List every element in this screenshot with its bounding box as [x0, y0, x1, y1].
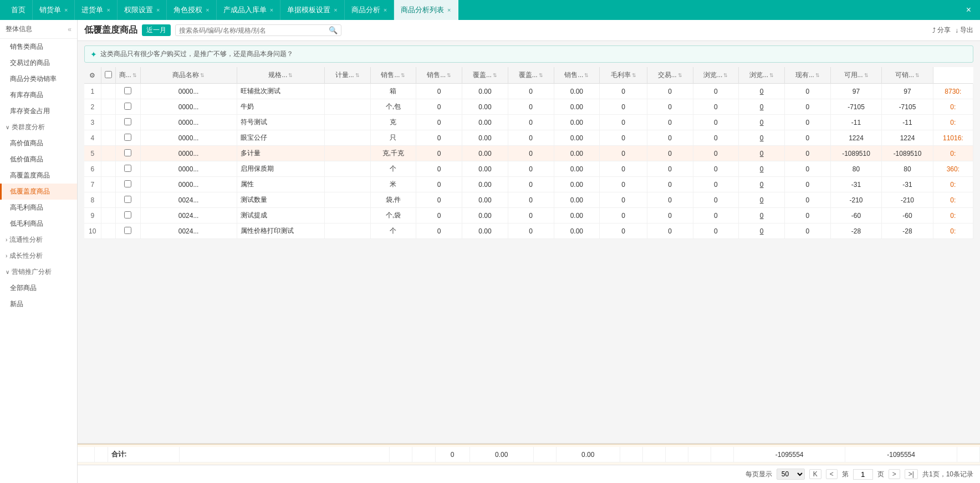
nav-item-purchase[interactable]: 进货单 × [75, 0, 117, 20]
td-checkbox[interactable] [115, 130, 140, 146]
sidebar-item-stock-capital[interactable]: 库存资金占用 [0, 103, 77, 119]
search-input[interactable] [179, 27, 329, 34]
td-browse1[interactable]: 0 [739, 223, 785, 239]
row-checkbox[interactable] [124, 196, 131, 203]
sidebar-collapse-icon[interactable]: « [68, 26, 72, 33]
td-checkbox[interactable] [115, 161, 140, 177]
prev-page-button[interactable]: < [826, 469, 838, 479]
nav-close-finished-goods[interactable]: × [270, 7, 273, 13]
page-size-select[interactable]: 50 20 100 200 [777, 469, 805, 480]
td-browse1[interactable]: 0 [739, 192, 785, 208]
th-unit[interactable]: 计量...⇅ [324, 67, 370, 84]
sidebar-section-cluster[interactable]: ∨ 类群度分析 [0, 119, 77, 135]
td-checkbox[interactable] [115, 223, 140, 239]
nav-item-finished-goods[interactable]: 产成品入库单 × [217, 0, 280, 20]
td-browse1[interactable]: 0 [739, 177, 785, 192]
td-checkbox[interactable] [115, 115, 140, 130]
sidebar-item-low-coverage[interactable]: 低覆盖度商品 [0, 184, 77, 200]
th-gross-rate[interactable]: 毛利率⇅ [600, 67, 647, 84]
th-cover1[interactable]: 覆盖...⇅ [462, 67, 508, 84]
th-spec[interactable]: 规格...⇅ [237, 67, 324, 84]
row-checkbox[interactable] [124, 149, 131, 156]
sidebar-item-sales-goods[interactable]: 销售类商品 [0, 39, 77, 55]
table-container[interactable]: ⚙ 商...⇅ 商品名称⇅ 规格...⇅ 计量...⇅ 销售...⇅ 销售...… [84, 67, 973, 443]
browse-link[interactable]: 0 [760, 88, 764, 95]
td-checkbox[interactable] [115, 192, 140, 208]
th-browse2[interactable]: 浏览...⇅ [739, 67, 785, 84]
export-button[interactable]: ↓ 导出 [955, 26, 973, 35]
nav-close-roles[interactable]: × [206, 7, 209, 13]
nav-item-sales[interactable]: 销货单 × [33, 0, 75, 20]
sidebar-item-low-value[interactable]: 低价值商品 [0, 151, 77, 167]
nav-item-roles[interactable]: 角色授权 × [167, 0, 216, 20]
th-checkbox[interactable] [101, 67, 115, 84]
browse-link[interactable]: 0 [760, 150, 764, 157]
sidebar-item-high-coverage[interactable]: 高覆盖度商品 [0, 167, 77, 184]
td-checkbox[interactable] [115, 208, 140, 223]
row-checkbox[interactable] [124, 211, 131, 218]
row-checkbox[interactable] [124, 118, 131, 125]
sidebar-item-all-goods[interactable]: 全部商品 [0, 280, 77, 296]
row-checkbox[interactable] [124, 87, 131, 94]
share-button[interactable]: ⤴ 分享 [932, 26, 951, 35]
sidebar-item-high-margin[interactable]: 高毛利商品 [0, 200, 77, 216]
sidebar-item-high-value[interactable]: 高价值商品 [0, 135, 77, 151]
th-cover2[interactable]: 覆盖...⇅ [508, 67, 554, 84]
td-checkbox[interactable] [115, 146, 140, 161]
nav-close-purchase[interactable]: × [106, 7, 110, 13]
page-number-input[interactable] [853, 469, 873, 480]
sidebar-section-marketing[interactable]: ∨ 营销推广分析 [0, 264, 77, 280]
browse-link[interactable]: 0 [760, 212, 764, 220]
nav-close-sales[interactable]: × [64, 7, 68, 13]
sidebar-item-category-rate[interactable]: 商品分类动销率 [0, 71, 77, 87]
nav-close-analysis-list[interactable]: × [447, 7, 451, 13]
row-checkbox[interactable] [124, 165, 131, 172]
nav-close-template[interactable]: × [334, 7, 337, 13]
row-checkbox[interactable] [124, 180, 131, 187]
nav-close-product-analysis[interactable]: × [384, 7, 387, 13]
th-saleable[interactable]: 可销...⇅ [882, 67, 933, 84]
browse-link[interactable]: 0 [760, 134, 764, 142]
browse-link[interactable]: 0 [760, 196, 764, 204]
td-browse1[interactable]: 0 [739, 130, 785, 146]
th-trans[interactable]: 交易...⇅ [647, 67, 693, 84]
browse-link[interactable]: 0 [760, 181, 764, 189]
sidebar-section-liquidity[interactable]: › 流通性分析 [0, 232, 77, 248]
td-browse1[interactable]: 0 [739, 161, 785, 177]
browse-link[interactable]: 0 [760, 119, 764, 126]
td-browse1[interactable]: 0 [739, 115, 785, 130]
th-available[interactable]: 可用...⇅ [830, 67, 881, 84]
th-name[interactable]: 商品名称⇅ [140, 67, 237, 84]
th-browse1[interactable]: 浏览...⇅ [693, 67, 739, 84]
td-checkbox[interactable] [115, 177, 140, 192]
th-sales-amt[interactable]: 销售...⇅ [416, 67, 462, 84]
nav-item-analysis-list[interactable]: 商品分析列表 × [394, 0, 458, 20]
nav-item-home[interactable]: 首页 [4, 0, 33, 20]
td-browse1[interactable]: 0 [739, 99, 785, 115]
sidebar-item-new-goods[interactable]: 新品 [0, 296, 77, 312]
th-sales-amt2[interactable]: 销售...⇅ [554, 67, 600, 84]
row-checkbox[interactable] [124, 103, 131, 110]
td-checkbox[interactable] [115, 84, 140, 99]
next-page-button[interactable]: > [889, 469, 900, 479]
nav-item-template[interactable]: 单据模板设置 × [280, 0, 344, 20]
td-browse1[interactable]: 0 [739, 146, 785, 161]
browse-link[interactable]: 0 [760, 103, 764, 111]
nav-close-permissions[interactable]: × [156, 7, 160, 13]
sidebar-item-in-stock[interactable]: 有库存商品 [0, 87, 77, 103]
th-sales-qty[interactable]: 销售...⇅ [370, 67, 416, 84]
th-settings[interactable]: ⚙ [84, 67, 101, 84]
th-current[interactable]: 现有...⇅ [785, 67, 831, 84]
td-browse1[interactable]: 0 [739, 84, 785, 99]
sidebar-section-growth[interactable]: › 成长性分析 [0, 248, 77, 264]
time-filter-button[interactable]: 近一月 [142, 24, 171, 36]
th-code[interactable]: 商...⇅ [115, 67, 140, 84]
nav-item-permissions[interactable]: 权限设置 × [118, 0, 167, 20]
sidebar-item-traded-goods[interactable]: 交易过的商品 [0, 55, 77, 71]
nav-item-product-analysis[interactable]: 商品分析 × [345, 0, 394, 20]
first-page-button[interactable]: K [809, 469, 821, 479]
td-browse1[interactable]: 0 [739, 208, 785, 223]
browse-link[interactable]: 0 [760, 227, 764, 235]
window-close-button[interactable]: × [962, 5, 976, 15]
last-page-button[interactable]: >| [905, 469, 918, 479]
